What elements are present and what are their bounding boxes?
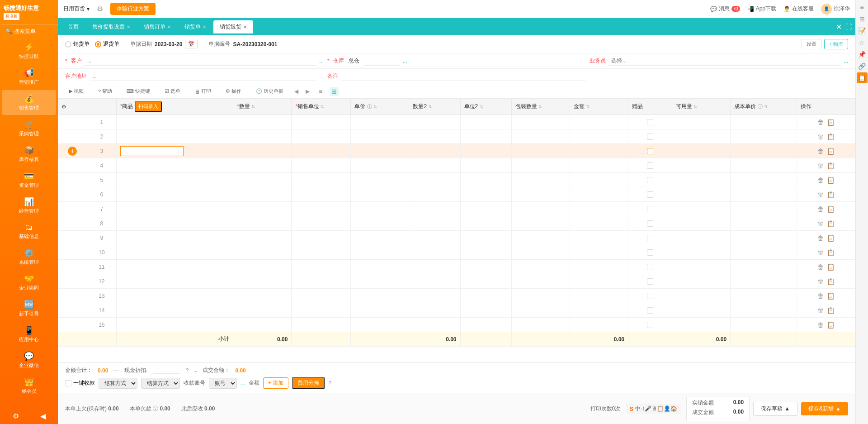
row-qty2-4[interactable] xyxy=(409,158,460,173)
row-avail-11[interactable] xyxy=(672,260,730,274)
address-input[interactable] xyxy=(90,71,316,81)
row-unit2-5[interactable] xyxy=(460,173,511,187)
row-unit-15[interactable] xyxy=(292,318,351,332)
add-payment-btn[interactable]: + 添加 xyxy=(263,377,288,389)
date-picker-btn[interactable]: 📅 xyxy=(185,40,198,48)
copy-row-btn-5[interactable]: 📋 xyxy=(826,176,835,185)
warehouse-input[interactable] xyxy=(364,56,400,66)
gift-cb-8[interactable] xyxy=(647,220,653,227)
delete-row-btn-1[interactable]: 🗑 xyxy=(816,118,825,127)
row-qty2-12[interactable] xyxy=(409,274,460,289)
list-view-btn[interactable]: ≡ xyxy=(319,88,322,95)
row-avail-7[interactable] xyxy=(672,202,730,216)
row-amount-8[interactable] xyxy=(570,216,628,231)
qty-sort[interactable]: ⇅ xyxy=(251,104,255,109)
row-gift-7[interactable] xyxy=(628,202,672,216)
row-amount-9[interactable] xyxy=(570,231,628,245)
gift-cb-4[interactable] xyxy=(647,162,653,169)
row-cost-2[interactable] xyxy=(731,129,797,144)
delete-row-btn-5[interactable]: 🗑 xyxy=(816,176,825,185)
user-info[interactable]: 👤 徐泽华 xyxy=(821,4,850,14)
row-unit-7[interactable] xyxy=(292,202,351,216)
row-price-6[interactable] xyxy=(351,187,409,202)
row-amount-10[interactable] xyxy=(570,245,628,260)
row-avail-2[interactable] xyxy=(672,129,730,144)
add-row-btn[interactable]: + xyxy=(68,147,77,156)
tab-sales-order[interactable]: 销售订单 ✕ xyxy=(137,20,177,33)
row-cost-1[interactable] xyxy=(731,115,797,129)
row-unit2-15[interactable] xyxy=(460,318,511,332)
gift-cb-15[interactable] xyxy=(647,322,653,328)
row-unit2-12[interactable] xyxy=(460,274,511,289)
ops-btn[interactable]: ⚙ 操作 xyxy=(222,86,245,96)
row-qty2-8[interactable] xyxy=(409,216,460,231)
row-cost-8[interactable] xyxy=(731,216,797,231)
pkgqty-sort[interactable]: ⇅ xyxy=(538,104,542,109)
row-qty-9[interactable] xyxy=(233,231,292,245)
row-qty2-3[interactable] xyxy=(409,144,460,158)
row-qty2-13[interactable] xyxy=(409,289,460,303)
address-more-btn[interactable]: ... xyxy=(319,73,324,80)
row-pkgqty-10[interactable] xyxy=(511,245,570,260)
gift-cb-6[interactable] xyxy=(647,191,653,198)
row-unit2-7[interactable] xyxy=(460,202,511,216)
row-qty-10[interactable] xyxy=(233,245,292,260)
row-cost-4[interactable] xyxy=(731,158,797,173)
row-qty2-9[interactable] xyxy=(409,231,460,245)
row-cost-5[interactable] xyxy=(731,173,797,187)
copy-row-btn-4[interactable]: 📋 xyxy=(826,161,835,170)
video-btn[interactable]: ▶ 视频 xyxy=(65,86,87,96)
delete-row-btn-7[interactable]: 🗑 xyxy=(816,205,825,214)
row-price-14[interactable] xyxy=(351,303,409,318)
row-gift-13[interactable] xyxy=(628,289,672,303)
row-qty-7[interactable] xyxy=(233,202,292,216)
row-qty-1[interactable] xyxy=(233,115,292,129)
gift-cb-3[interactable] xyxy=(647,148,653,154)
row-unit2-11[interactable] xyxy=(460,260,511,274)
row-pkgqty-3[interactable] xyxy=(511,144,570,158)
row-amount-6[interactable] xyxy=(570,187,628,202)
row-gift-3[interactable] xyxy=(628,144,672,158)
row-gift-1[interactable] xyxy=(628,115,672,129)
row-price-1[interactable] xyxy=(351,115,409,129)
trial-btn[interactable]: 体验行业方案 xyxy=(110,3,156,15)
unit2-sort[interactable]: ⇅ xyxy=(480,104,483,109)
calc-method-select[interactable]: 结算方式 xyxy=(141,378,180,389)
cost-sort[interactable]: ⇅ xyxy=(764,104,768,109)
row-qty-8[interactable] xyxy=(233,216,292,231)
row-gift-14[interactable] xyxy=(628,303,672,318)
row-qty2-2[interactable] xyxy=(409,129,460,144)
row-gift-2[interactable] xyxy=(628,129,672,144)
row-unit-4[interactable] xyxy=(292,158,351,173)
row-gift-15[interactable] xyxy=(628,318,672,332)
price-info-icon[interactable]: ⓘ xyxy=(367,104,372,109)
row-price-4[interactable] xyxy=(351,158,409,173)
price-sort[interactable]: ⇅ xyxy=(373,104,377,109)
copy-row-btn-8[interactable]: 📋 xyxy=(826,219,835,228)
copy-row-btn-9[interactable]: 📋 xyxy=(826,233,835,243)
help-btn[interactable]: ? 帮助 xyxy=(94,86,116,96)
row-qty-11[interactable] xyxy=(233,260,292,274)
row-cost-7[interactable] xyxy=(731,202,797,216)
sidebar-item-finance[interactable]: 💳 资金管理 xyxy=(2,167,56,192)
date-value[interactable]: 2023-03-20 xyxy=(155,41,182,48)
row-pkgqty-4[interactable] xyxy=(511,158,570,173)
row-amount-13[interactable] xyxy=(570,289,628,303)
row-price-11[interactable] xyxy=(351,260,409,274)
customer-more-btn[interactable]: ... xyxy=(319,58,324,64)
row-qty2-6[interactable] xyxy=(409,187,460,202)
row-qty2-10[interactable] xyxy=(409,245,460,260)
row-unit2-14[interactable] xyxy=(460,303,511,318)
goods-input-3[interactable] xyxy=(120,146,184,156)
copy-row-btn-10[interactable]: 📋 xyxy=(826,248,835,257)
row-price-7[interactable] xyxy=(351,202,409,216)
delete-row-btn-3[interactable]: 🗑 xyxy=(816,147,825,156)
avail-sort[interactable]: ⇅ xyxy=(693,104,697,109)
gift-cb-1[interactable] xyxy=(647,119,653,125)
online-service-btn[interactable]: 👨‍💼 在线客服 xyxy=(783,5,814,13)
row-price-15[interactable] xyxy=(351,318,409,332)
row-cost-9[interactable] xyxy=(731,231,797,245)
tab-price-close[interactable]: ✕ xyxy=(127,24,130,29)
gift-cb-11[interactable] xyxy=(647,264,653,270)
save-new-btn[interactable]: 保存&新增 ▲ xyxy=(801,402,848,415)
